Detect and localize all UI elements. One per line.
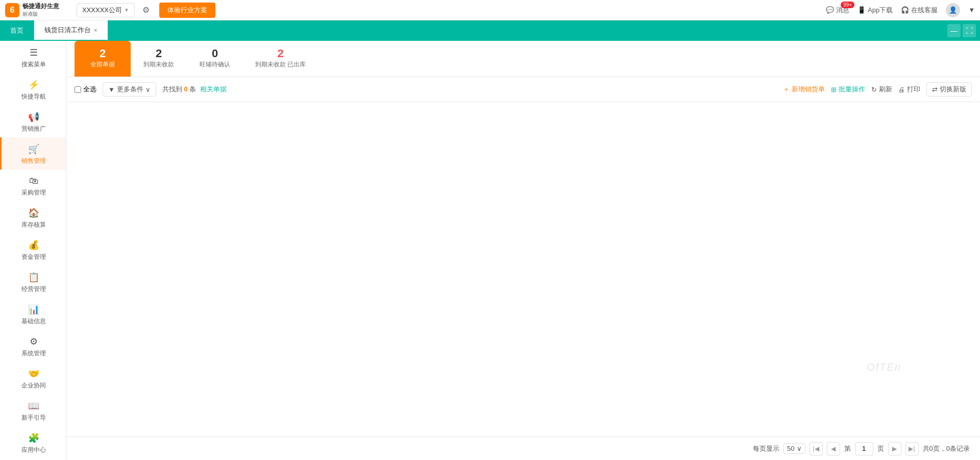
sidebar-item-system[interactable]: ⚙ 系统管理 xyxy=(0,330,66,362)
cooperation-icon: 🤝 xyxy=(28,368,39,379)
sidebar-item-quick-nav[interactable]: ⚡ 快捷导航 xyxy=(0,73,66,105)
table-area xyxy=(66,102,980,437)
sidebar-item-guide[interactable]: 📖 新手引导 xyxy=(0,394,66,426)
sidebar-item-inventory[interactable]: 🏠 库存核算 xyxy=(0,201,66,233)
stat-shipped-num: 2 xyxy=(255,47,306,60)
toolbar: 全选 ▼ 更多条件 ∨ 共找到 0 条 相关单据 ＋ 新增销货单 ⊞ xyxy=(66,77,980,102)
stat-pending-num: 0 xyxy=(199,47,231,60)
trial-button[interactable]: 体验行业方案 xyxy=(159,3,215,18)
tab-workbench-label: 钱货日清工作台 xyxy=(44,26,91,35)
sidebar-item-purchase[interactable]: 🛍 采购管理 xyxy=(0,170,66,201)
username[interactable]: ▼ xyxy=(968,6,975,14)
message-button[interactable]: 💬 消息 99+ xyxy=(826,6,849,15)
filter-icon: ▼ xyxy=(108,86,115,93)
message-icon: 💬 xyxy=(826,6,834,14)
app-download-button[interactable]: 📱 App下载 xyxy=(857,6,893,15)
print-button[interactable]: 🖨 打印 xyxy=(898,85,920,94)
tab-close-icon[interactable]: × xyxy=(94,27,97,33)
pagination-bar: 每页显示 50 ∨ |◀ ◀ 第 页 ▶ ▶| 共0页，0条记录 xyxy=(66,437,980,460)
logo-main-text: 畅捷通好生意 xyxy=(22,2,59,11)
last-page-button[interactable]: ▶| xyxy=(905,442,919,455)
sidebar-item-quick-nav-label: 快捷导航 xyxy=(21,92,46,101)
select-all-checkbox[interactable]: 全选 xyxy=(75,85,96,94)
tab-home[interactable]: 首页 xyxy=(0,20,34,41)
select-all-input[interactable] xyxy=(75,86,81,93)
batch-icon: ⊞ xyxy=(831,86,837,93)
sidebar-item-basic-info-label: 基础信息 xyxy=(21,317,46,326)
inventory-icon: 🏠 xyxy=(28,207,39,219)
found-count-info: 共找到 0 条 相关单据 xyxy=(162,85,227,94)
sidebar-item-finance-label: 资金管理 xyxy=(21,253,46,261)
message-badge: 99+ xyxy=(841,2,854,8)
print-label: 打印 xyxy=(907,85,920,94)
topbar: 6 畅捷通好生意 标准版 XXXXXX公司 ▼ ⚙ 体验行业方案 💬 消息 99… xyxy=(0,0,980,20)
sidebar-item-marketing[interactable]: 📢 营销推广 xyxy=(0,105,66,137)
stat-tab-all[interactable]: 2 全部单据 xyxy=(75,41,131,77)
tab-minimize-icon[interactable]: — xyxy=(947,24,961,37)
stat-tab-overdue[interactable]: 2 到期未收款 xyxy=(131,41,187,77)
tab-workbench[interactable]: 钱货日清工作台 × xyxy=(34,20,108,41)
first-page-button[interactable]: |◀ xyxy=(810,442,823,455)
add-sale-order-button[interactable]: ＋ 新增销货单 xyxy=(783,85,825,94)
stat-overdue-num: 2 xyxy=(143,47,175,60)
add-label: 新增销货单 xyxy=(792,85,825,94)
refresh-label: 刷新 xyxy=(879,85,892,94)
prev-page-button[interactable]: ◀ xyxy=(827,442,840,455)
batch-operation-button[interactable]: ⊞ 批量操作 xyxy=(831,85,865,94)
batch-label: 批量操作 xyxy=(839,85,865,94)
filter-label: 更多条件 xyxy=(117,85,143,94)
more-filters-button[interactable]: ▼ 更多条件 ∨ xyxy=(103,82,156,96)
tab-maximize-icon[interactable]: ⛶ xyxy=(963,24,976,37)
next-page-button[interactable]: ▶ xyxy=(888,442,901,455)
sidebar-item-basic-info[interactable]: 📊 基础信息 xyxy=(0,298,66,330)
stat-overdue-label: 到期未收款 xyxy=(143,61,174,68)
stat-tab-shipped[interactable]: 2 到期未收款 已出库 xyxy=(243,41,318,77)
page-size-value: 50 xyxy=(787,445,794,452)
stat-all-label: 全部单据 xyxy=(90,61,115,68)
sidebar-item-guide-label: 新手引导 xyxy=(21,414,46,422)
page-size-select[interactable]: 50 ∨ xyxy=(783,443,805,454)
page-number-input[interactable] xyxy=(855,442,873,455)
search-menu-icon: ☰ xyxy=(30,47,38,58)
content-area: 2 全部单据 2 到期未收款 0 旺辅待确认 2 到期未收款 已出库 全选 xyxy=(66,41,980,460)
found-prefix: 共找到 xyxy=(162,85,182,93)
stats-tabs: 2 全部单据 2 到期未收款 0 旺辅待确认 2 到期未收款 已出库 xyxy=(66,41,980,77)
app-center-icon: 🧩 xyxy=(28,432,39,444)
switch-new-version-button[interactable]: ⇄ 切换新版 xyxy=(926,82,972,96)
sidebar-item-search-label: 搜索菜单 xyxy=(21,60,46,69)
avatar[interactable]: 👤 xyxy=(946,3,960,17)
stat-tab-pending[interactable]: 0 旺辅待确认 xyxy=(187,41,243,77)
service-label: 在线客服 xyxy=(911,6,938,15)
refresh-button[interactable]: ↻ 刷新 xyxy=(871,85,892,94)
sidebar-item-cooperation[interactable]: 🤝 企业协同 xyxy=(0,362,66,394)
sidebar-item-finance[interactable]: 💰 资金管理 xyxy=(0,233,66,265)
topbar-right: 💬 消息 99+ 📱 App下载 🎧 在线客服 👤 ▼ xyxy=(826,3,975,17)
tab-right-buttons: — ⛶ xyxy=(947,20,980,41)
system-icon: ⚙ xyxy=(30,336,38,347)
sidebar-item-business[interactable]: 📋 经营管理 xyxy=(0,265,66,298)
business-icon: 📋 xyxy=(28,272,39,283)
settings-icon[interactable]: ⚙ xyxy=(139,3,153,17)
purchase-icon: 🛍 xyxy=(29,176,38,186)
company-selector[interactable]: XXXXXX公司 ▼ xyxy=(77,3,135,17)
add-icon: ＋ xyxy=(783,85,790,94)
sidebar-item-cooperation-label: 企业协同 xyxy=(21,381,46,390)
sidebar-item-purchase-label: 采购管理 xyxy=(21,188,46,197)
found-link[interactable]: 相关单据 xyxy=(200,85,227,93)
sidebar-item-search[interactable]: ☰ 搜索菜单 xyxy=(0,41,66,73)
sidebar-item-sales[interactable]: 🛒 销售管理 xyxy=(0,137,66,170)
sidebar-item-inventory-label: 库存核算 xyxy=(21,221,46,229)
app-label: App下载 xyxy=(868,6,893,15)
guide-icon: 📖 xyxy=(28,400,39,411)
online-service-button[interactable]: 🎧 在线客服 xyxy=(901,6,938,15)
sidebar-item-system-label: 系统管理 xyxy=(21,349,46,358)
tab-home-label: 首页 xyxy=(10,26,23,35)
switch-label: 切换新版 xyxy=(940,85,966,94)
sidebar-item-app-center[interactable]: 🧩 应用中心 xyxy=(0,426,66,458)
main-layout: ☰ 搜索菜单 ⚡ 快捷导航 📢 营销推广 🛒 销售管理 🛍 采购管理 🏠 库存核… xyxy=(0,41,980,460)
sidebar: ☰ 搜索菜单 ⚡ 快捷导航 📢 营销推广 🛒 销售管理 🛍 采购管理 🏠 库存核… xyxy=(0,41,66,460)
logo-icon: 6 xyxy=(5,3,19,17)
sales-icon: 🛒 xyxy=(28,143,39,155)
sidebar-item-app-center-label: 应用中心 xyxy=(21,446,46,454)
company-arrow-icon: ▼ xyxy=(124,7,129,13)
